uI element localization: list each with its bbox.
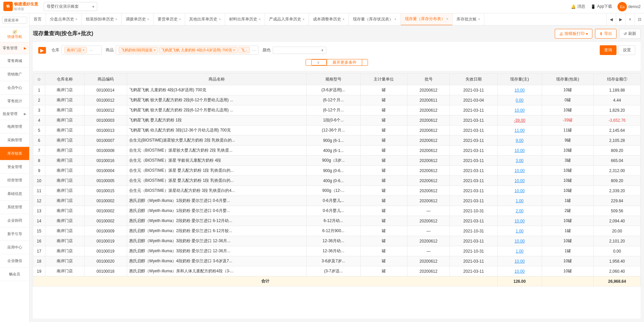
sidebar-item-operations[interactable]: 经营管理: [0, 174, 29, 187]
product-tag-1-close[interactable]: ×: [233, 48, 235, 52]
sidebar-nav-item[interactable]: 🧭 快捷导航: [0, 27, 29, 42]
warehouse-more[interactable]: ···: [90, 48, 93, 53]
close-tab-disassemble[interactable]: ×: [115, 17, 117, 21]
sidebar-item-vip[interactable]: 畅会员: [0, 268, 29, 281]
tab-material-out[interactable]: 材料出库单历史 ×: [225, 13, 265, 25]
tab-cost-adjust[interactable]: 成本调整单历史 ×: [309, 13, 349, 25]
cell-stock-main[interactable]: 10.00: [497, 166, 542, 176]
tab-requisition[interactable]: 要货单历史 ×: [154, 13, 185, 25]
warehouse-tag-close[interactable]: ×: [83, 48, 85, 52]
cell-stock-main[interactable]: 10.00: [497, 85, 542, 95]
cell-product-code: 00100007: [84, 136, 127, 146]
tab-next-button[interactable]: ▶: [616, 13, 625, 25]
close-tab-adjust[interactable]: ×: [147, 17, 149, 21]
cell-balance: 2,145.64: [594, 125, 641, 136]
cell-stock-main[interactable]: 3.00: [497, 156, 542, 166]
cell-expiry: 2021-03-11: [450, 196, 497, 206]
cell-stock-main[interactable]: 10.00: [497, 216, 542, 226]
close-tab-split[interactable]: ×: [75, 17, 77, 21]
cell-stock-main[interactable]: 11.00: [497, 125, 542, 136]
search-input[interactable]: [2, 17, 27, 23]
expand-more-button[interactable]: ∨ 展开更多条件: [38, 58, 635, 67]
summary-row: 合计 126.00 26,968.64: [33, 276, 641, 286]
cell-stock-main[interactable]: 10.00: [497, 105, 542, 115]
cell-stock-main[interactable]: 10.00: [497, 236, 542, 246]
cell-balance: 2,101.20: [594, 236, 641, 246]
sidebar-item-system[interactable]: 系统管理: [0, 201, 29, 214]
tab-disassemble[interactable]: 组装拆卸单历史 ×: [82, 13, 122, 25]
sidebar-item-finance[interactable]: 资金管理: [0, 160, 29, 174]
tab-split[interactable]: 分盘点单历史 ×: [46, 13, 82, 25]
tab-close-button[interactable]: ×: [625, 13, 635, 25]
sidebar-item-retail-store[interactable]: 零售商城: [0, 54, 29, 68]
tab-menu-button[interactable]: ⊡: [635, 13, 644, 25]
close-tab-requisition[interactable]: ×: [179, 17, 181, 21]
sidebar-item-stats[interactable]: 零售统计: [0, 95, 29, 108]
query-button[interactable]: 查询: [600, 45, 616, 55]
close-tab-other-out[interactable]: ×: [219, 17, 221, 21]
tab-batch-ledger[interactable]: 库存批次账 ×: [452, 13, 484, 25]
sidebar-item-retail[interactable]: 零售管理 ▶: [0, 42, 29, 54]
product-value-field[interactable]: 飞鹤奶粉3段同提装 × 飞鹤星飞帆 儿童奶粉 4段(3-6岁适用) 700克 ×…: [116, 46, 259, 55]
sidebar-item-app-center[interactable]: 应用中心: [0, 241, 29, 254]
export-button[interactable]: ⬆ 导出: [595, 29, 616, 39]
cell-stock-main[interactable]: 10.00: [497, 266, 542, 276]
product-more[interactable]: ···: [252, 48, 256, 53]
sidebar-item-marketing[interactable]: 营销推广: [0, 68, 29, 81]
org-selector[interactable]: 母婴行业演示账套 ▾: [44, 2, 97, 11]
close-tab-stock-dist[interactable]: ×: [446, 17, 448, 21]
sidebar-item-purchase[interactable]: 采购管理: [0, 133, 29, 147]
cell-stock-main[interactable]: 10.00: [497, 186, 542, 196]
filter-expand-toggle[interactable]: ▶: [38, 48, 46, 53]
warehouse-value-field[interactable]: 南岸门店 × ···: [61, 46, 102, 55]
close-tab-cost-adjust[interactable]: ×: [342, 17, 344, 21]
cell-stock-main[interactable]: 10.00: [497, 146, 542, 156]
settings-button[interactable]: 设置: [619, 45, 635, 55]
settings-icon[interactable]: ⚙: [37, 77, 41, 82]
th-settings[interactable]: ⚙: [33, 74, 45, 85]
user-menu[interactable]: Ea demo2: [618, 2, 641, 11]
app-download-button[interactable]: 📱 App下载: [591, 4, 612, 9]
product-tag-0-close[interactable]: ×: [154, 48, 156, 52]
printer-icon: 🖨: [559, 32, 563, 36]
tab-product-in[interactable]: 产成品入库单历史 ×: [265, 13, 309, 25]
tab-adjust[interactable]: 调拨单历史 ×: [122, 13, 154, 25]
cell-batch: 20200612: [407, 85, 450, 95]
sidebar-item-inventory[interactable]: 库存核算: [0, 147, 29, 160]
close-tab-material-out[interactable]: ×: [259, 17, 261, 21]
cell-stock-main[interactable]: 10.00: [497, 256, 542, 266]
sidebar-item-basic[interactable]: 基础信息: [0, 187, 29, 201]
sidebar-item-wecom[interactable]: 企业微信: [0, 254, 29, 268]
sidebar-item-enterprise[interactable]: 企业协同: [0, 214, 29, 227]
tab-other-out[interactable]: 其他出库单历史 ×: [185, 13, 225, 25]
print-button[interactable]: 🖨 按模板打印 ▾: [555, 29, 592, 39]
color-chevron-icon: ▾: [321, 48, 323, 53]
cell-stock-main[interactable]: 9.00: [497, 136, 542, 146]
tab-stock-dist[interactable]: 现存量（库存分布表） ×: [401, 13, 453, 25]
close-tab-product-in[interactable]: ×: [303, 17, 305, 21]
message-button[interactable]: 🔔 消息: [571, 4, 585, 9]
refresh-button[interactable]: ↺ 刷新: [619, 29, 641, 39]
sidebar: 🧭 快捷导航 零售管理 ▶ 零售商城 营销推广 会员中心 零售统计 批发管理 ▶…: [0, 13, 30, 322]
close-tab-batch-ledger[interactable]: ×: [478, 17, 480, 21]
sidebar-item-onboarding[interactable]: 新手引导: [0, 227, 29, 241]
cell-stock-main[interactable]: 1.00: [497, 226, 542, 236]
cell-stock-main[interactable]: 1.00: [497, 196, 542, 206]
color-value-field[interactable]: ▾: [273, 47, 326, 54]
sidebar-item-ecommerce[interactable]: 电商管理: [0, 120, 29, 133]
tab-stock-status[interactable]: 现存量（库存状况表） ×: [349, 13, 401, 25]
cell-stock-main[interactable]: 0.00: [497, 95, 542, 105]
cell-stock-main[interactable]: 1.00: [497, 246, 542, 256]
sidebar-item-member[interactable]: 会员中心: [0, 81, 29, 95]
table-container: ⚙ 仓库名称 商品编码 商品名称 规格型号 主计量单位 批号 失效日期 现存量(…: [33, 73, 641, 319]
cell-stock-main[interactable]: -39.00: [497, 115, 542, 125]
close-tab-stock-status[interactable]: ×: [394, 17, 396, 21]
cell-index: 16: [33, 236, 45, 246]
cell-stock-pack: 1罐: [542, 196, 594, 206]
tab-prev-button[interactable]: ◀: [606, 13, 616, 25]
export-icon: ⬆: [599, 32, 603, 36]
sidebar-item-wholesale[interactable]: 批发管理 ▶: [0, 108, 29, 120]
tab-home[interactable]: 首页: [30, 13, 46, 25]
cell-stock-main[interactable]: 2.00: [497, 206, 542, 216]
cell-stock-main[interactable]: 10.00: [497, 176, 542, 186]
